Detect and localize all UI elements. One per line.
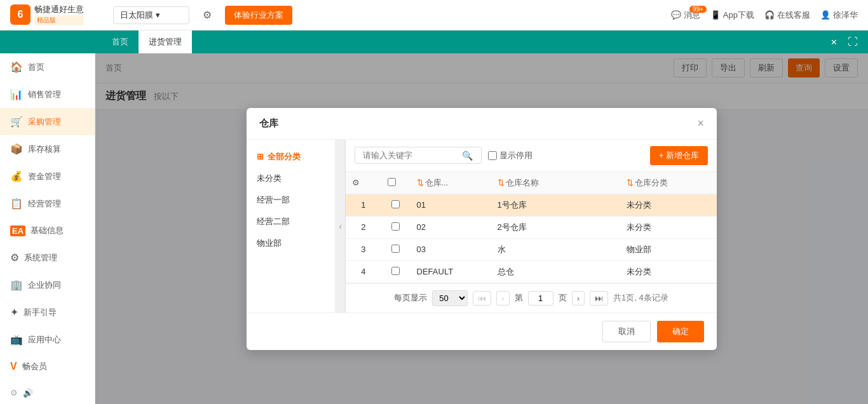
sidebar-item-finance[interactable]: 💰 资金管理 [0,163,95,190]
modal-footer: 取消 确定 [247,313,717,350]
user-name: 徐泽华 [833,10,858,21]
maximize-icon[interactable]: ⛶ [848,36,868,48]
sidebar: 🏠 首页 📊 销售管理 🛒 采购管理 📦 库存核算 💰 资金管理 📋 经营管理 … [0,53,95,404]
prev-page-button[interactable]: ‹ [496,291,509,306]
modal-close-button[interactable]: × [697,117,704,130]
sidebar-item-system[interactable]: ⚙ 系统管理 [0,244,95,271]
row-check-cell [381,216,410,238]
headset-icon: 🎧 [764,10,775,20]
row-code-cell: DEFAULT [410,260,491,283]
sidebar-item-sales[interactable]: 📊 销售管理 [0,81,95,108]
sidebar-item-business[interactable]: 📋 经营管理 [0,190,95,217]
next-page-button[interactable]: › [572,291,585,306]
show-disabled-checkbox[interactable] [488,151,497,160]
cat-item-all[interactable]: ⊞ 全部分类 [247,146,335,168]
cat-item-dept2[interactable]: 经营二部 [247,211,335,232]
basic-icon: EA [10,226,25,236]
sidebar-item-basic[interactable]: EA 基础信息 [0,217,95,244]
cat-label: 未分类 [257,173,281,184]
row-num: 4 [361,267,365,276]
table-row[interactable]: 3 03 水 物业部 [346,238,717,260]
sidebar-item-apps[interactable]: 📺 应用中心 [0,326,95,353]
total-info: 共1页, 4条记录 [613,292,668,304]
row-gear-cell: 3 [346,238,381,260]
cat-label: 物业部 [257,238,281,249]
row-name-cell: 总仓 [491,260,620,283]
enterprise-icon: 🏢 [10,279,23,291]
row-checkbox[interactable] [391,222,400,231]
sidebar-item-enterprise[interactable]: 🏢 企业协同 [0,271,95,299]
table-row[interactable]: 2 02 2号仓库 未分类 [346,216,717,238]
online-service-item[interactable]: 🎧 在线客服 [764,10,810,21]
last-page-button[interactable]: ⏭ [590,291,608,306]
gear-header-icon[interactable]: ⚙ [352,178,360,187]
select-all-checkbox[interactable] [388,178,396,186]
table-row[interactable]: 1 01 1号仓库 未分类 [346,194,717,216]
app-download-label: App下载 [723,10,754,21]
logo-badge: 精品版 [34,15,84,25]
user-item[interactable]: 👤 徐泽华 [820,10,858,21]
row-cat-cell: 未分类 [620,260,717,283]
sidebar-item-label: 库存核算 [28,144,61,155]
search-icon[interactable]: 🔍 [462,151,473,161]
dropdown-arrow-icon: ▾ [156,10,160,20]
row-checkbox[interactable] [391,245,400,253]
tab-home[interactable]: 首页 [102,30,139,53]
collapse-button[interactable]: ‹ [336,140,346,313]
content-area: 首页 打印 导出 刷新 查询 设置 进货管理 按以下 仓库 × [95,53,868,404]
trial-button[interactable]: 体验行业方案 [225,6,292,25]
app-download-item[interactable]: 📱 App下载 [710,10,754,21]
cat-item-dept1[interactable]: 经营一部 [247,189,335,211]
store-selector[interactable]: 日太阳膜 ▾ [113,6,189,24]
modal-overlay: 仓库 × ⊞ 全部分类 未分类 经营一 [95,53,868,404]
online-service-label: 在线客服 [777,10,810,21]
row-name-cell: 1号仓库 [491,194,620,216]
row-gear-cell: 2 [346,216,381,238]
settings-bottom-icon[interactable]: ⚙ [10,388,18,398]
col-header-check [381,172,410,194]
guide-icon: ✦ [10,306,18,318]
per-page-select[interactable]: 50 100 200 [432,290,468,306]
cat-item-property[interactable]: 物业部 [247,232,335,254]
row-gear-cell: 4 [346,260,381,283]
col-header-code: ⇅仓库... [410,172,491,194]
close-tab-icon[interactable]: ✕ [831,37,848,47]
cat-label: 经营一部 [257,194,290,206]
mobile-icon: 📱 [710,10,721,20]
message-item[interactable]: 💬 消息 99+ [671,10,700,21]
sidebar-item-purchase[interactable]: 🛒 采购管理 [0,108,95,135]
show-disabled-toggle[interactable]: 显示停用 [488,150,532,161]
col-header-gear: ⚙ [346,172,381,194]
settings-button[interactable]: ⚙ [197,5,217,25]
row-check-cell [381,194,410,216]
row-code-cell: 03 [410,238,491,260]
sidebar-item-guide[interactable]: ✦ 新手引导 [0,299,95,326]
tab-purchase[interactable]: 进货管理 [139,30,192,53]
top-header: 6 畅捷通好生意 精品版 日太阳膜 ▾ ⚙ 体验行业方案 💬 消息 99+ 📱 … [0,0,868,30]
cat-label: 经营二部 [257,216,290,227]
sidebar-item-home[interactable]: 🏠 首页 [0,53,95,81]
speaker-icon[interactable]: 🔊 [23,388,33,398]
cancel-button[interactable]: 取消 [602,321,651,342]
confirm-button[interactable]: 确定 [657,321,704,342]
row-checkbox[interactable] [391,267,400,275]
sidebar-item-inventory[interactable]: 📦 库存核算 [0,135,95,163]
modal-header: 仓库 × [247,108,717,140]
inventory-icon: 📦 [10,143,23,155]
row-cat-cell: 未分类 [620,216,717,238]
sidebar-item-label: 系统管理 [24,252,57,264]
store-name: 日太阳膜 [120,10,153,21]
table-row[interactable]: 4 DEFAULT 总仓 未分类 [346,260,717,283]
row-checkbox[interactable] [391,200,400,208]
page-number-input[interactable] [528,291,553,306]
cat-item-uncategorized[interactable]: 未分类 [247,168,335,189]
search-input[interactable] [360,147,462,163]
sidebar-item-label: 企业协同 [28,279,61,291]
add-warehouse-button[interactable]: + 新增仓库 [650,146,708,165]
first-page-button[interactable]: ⏮ [473,291,491,306]
warehouse-modal: 仓库 × ⊞ 全部分类 未分类 经营一 [247,108,717,350]
sales-icon: 📊 [10,88,23,100]
sidebar-item-label: 新手引导 [24,307,57,318]
sidebar-item-member[interactable]: V 畅会员 [0,353,95,380]
sidebar-item-label: 首页 [28,62,44,73]
